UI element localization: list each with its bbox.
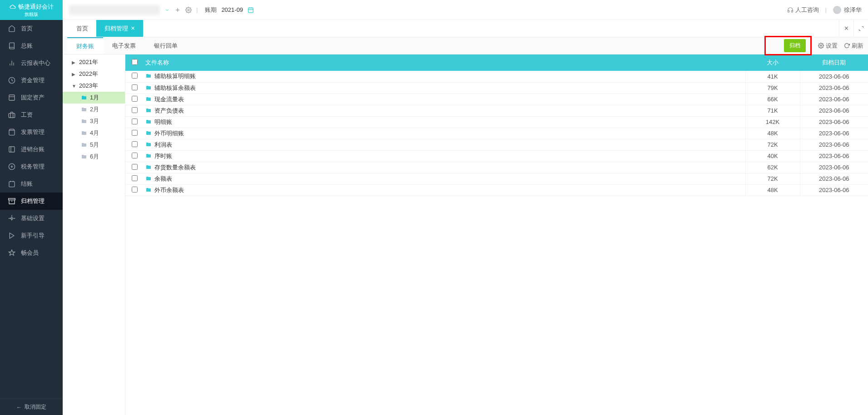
table-row[interactable]: 辅助核算余额表79K2023-06-06 [125,82,868,94]
sidebar-item[interactable]: 固定资产 [0,89,63,106]
sidebar-item[interactable]: 新手引导 [0,227,63,244]
sidebar-item[interactable]: 资金管理 [0,72,63,89]
month-node[interactable]: 6月 [63,151,125,163]
page-tab[interactable]: 归档管理✕ [96,20,143,37]
month-node[interactable]: 5月 [63,139,125,151]
sidebar-item-label: 资金管理 [21,76,45,84]
col-header-name: 文件名称 [144,54,745,71]
table-row[interactable]: 外币明细账48K2023-06-06 [125,128,868,139]
year-node[interactable]: ▶2022年 [63,68,125,80]
month-node[interactable]: 1月 [63,92,125,104]
refresh-link[interactable]: 刷新 [844,42,863,50]
row-checkbox[interactable] [132,141,138,147]
calendar-icon[interactable] [248,7,254,13]
row-checkbox[interactable] [132,96,138,102]
sidebar-item[interactable]: 结账 [0,175,63,193]
table-row[interactable]: 存货数量余额表62K2023-06-06 [125,162,868,173]
sidebar-item[interactable]: 进销台账 [0,141,63,158]
file-size: 72K [745,173,800,184]
svg-marker-19 [10,233,14,238]
row-checkbox[interactable] [132,119,138,124]
user-menu[interactable]: 徐泽华 [833,6,862,14]
sidebar-item[interactable]: 总账 [0,37,63,54]
menu-icon [8,198,15,205]
brand-text: 畅捷通好会计 [18,3,54,11]
row-checkbox[interactable] [132,164,138,170]
archive-button[interactable]: 归档 [784,39,806,52]
year-node[interactable]: ▼2023年 [63,80,125,92]
sidebar-item[interactable]: 首页 [0,20,63,37]
tab-label: 首页 [76,25,88,33]
gear-icon[interactable] [185,7,192,13]
sidebar-item[interactable]: 工资 [0,106,63,124]
table-row[interactable]: 辅助核算明细账41K2023-06-06 [125,71,868,82]
month-node[interactable]: 3月 [63,115,125,127]
sidebar-item[interactable]: 归档管理 [0,193,63,210]
file-size: 79K [745,82,800,94]
close-icon[interactable]: ✕ [131,25,135,31]
row-checkbox[interactable] [132,130,138,136]
unpin-button[interactable]: ← 取消固定 [0,399,63,415]
file-name: 存货数量余额表 [154,164,196,171]
refresh-label: 刷新 [852,42,863,50]
sidebar-item-label: 畅会员 [21,249,39,257]
menu-icon [8,42,15,49]
row-checkbox[interactable] [132,73,138,79]
sidebar-item-label: 总账 [21,42,33,50]
col-header-date: 归档日期 [800,54,868,71]
tab-label: 归档管理 [104,25,128,33]
sub-tab[interactable]: 财务账 [67,37,103,54]
sidebar-item[interactable]: 税务管理 [0,158,63,175]
row-checkbox[interactable] [132,84,138,90]
sidebar-item[interactable]: 基础设置 [0,210,63,227]
folder-icon [145,85,152,92]
table-row[interactable]: 明细账142K2023-06-06 [125,116,868,128]
sidebar-item-label: 固定资产 [21,94,45,102]
sub-tab[interactable]: 银行回单 [145,37,187,54]
plus-icon[interactable] [174,7,181,13]
folder-icon [145,142,152,148]
gear-icon [818,43,824,49]
row-checkbox[interactable] [132,107,138,113]
sub-tab[interactable]: 电子发票 [103,37,145,54]
file-name: 辅助核算余额表 [154,84,196,91]
caret-icon: ▼ [72,84,76,89]
month-node[interactable]: 2月 [63,104,125,115]
headset-icon [787,7,794,13]
close-tab-button[interactable]: ✕ [839,20,853,37]
row-checkbox[interactable] [132,175,138,181]
menu-icon [8,77,15,84]
table-row[interactable]: 序时账40K2023-06-06 [125,150,868,162]
fullscreen-button[interactable] [853,20,868,37]
table-row[interactable]: 现金流量表66K2023-06-06 [125,94,868,105]
sidebar-item[interactable]: 畅会员 [0,244,63,262]
menu-icon [8,163,15,170]
svg-rect-13 [9,182,15,187]
period-value[interactable]: 2021-09 [221,6,243,13]
consult-label: 人工咨询 [795,6,819,14]
consult-link[interactable]: 人工咨询 [787,6,819,14]
table-row[interactable]: 余额表72K2023-06-06 [125,173,868,184]
table-row[interactable]: 利润表72K2023-06-06 [125,139,868,150]
month-node[interactable]: 4月 [63,127,125,139]
sidebar-item[interactable]: 云报表中心 [0,54,63,72]
folder-icon [145,73,152,80]
table-row[interactable]: 资产负债表71K2023-06-06 [125,105,868,116]
sidebar-item[interactable]: 发票管理 [0,124,63,141]
year-node[interactable]: ▶2021年 [63,56,125,68]
page-tab[interactable]: 首页 [68,20,96,37]
logo[interactable]: 畅捷通好会计 旗舰版 [0,0,63,20]
company-selector[interactable] [69,5,160,15]
chevron-down-icon[interactable] [164,7,170,13]
row-checkbox[interactable] [132,187,138,193]
folder-icon [145,108,152,114]
settings-link[interactable]: 设置 [818,42,838,50]
table-row[interactable]: 外币余额表48K2023-06-06 [125,184,868,196]
cloud-icon [9,4,16,10]
svg-rect-8 [9,147,15,152]
row-checkbox[interactable] [132,153,138,158]
select-all-checkbox[interactable] [132,59,138,65]
file-name: 明细账 [154,119,172,125]
edition-text: 旗舰版 [25,11,38,18]
file-date: 2023-06-06 [800,184,868,196]
